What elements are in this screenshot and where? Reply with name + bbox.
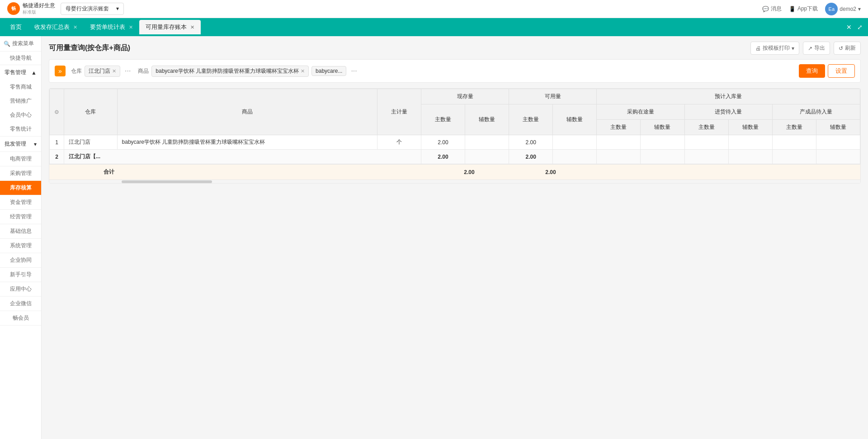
th-inc-main: 主数量 [684,120,728,135]
filter-actions: 查询 设置 [799,64,855,78]
query-button[interactable]: 查询 [799,64,825,78]
subtotal-pur-aux [641,150,684,164]
subtotal-stock-main: 2.00 [421,150,465,164]
subtotal-inc-main [684,150,728,164]
quick-nav-button[interactable]: 快捷导航 [0,52,41,65]
subtotal-index: 2 [50,150,64,164]
sidebar-item-apps[interactable]: 应用中心 [0,282,41,296]
product-remove-icon[interactable]: ✕ [301,68,305,74]
row-pur-aux [641,135,684,150]
row-stock-main: 2.00 [421,135,465,150]
horizontal-scrollbar[interactable] [49,179,860,183]
refresh-button[interactable]: ↺ 刷新 [834,42,861,55]
row-avail-main: 2.00 [509,135,553,150]
print-button[interactable]: 🖨 按模板打印 ▾ [750,42,799,55]
th-pur-main: 主数量 [597,120,641,135]
tab-receivable-summary[interactable]: 收发存汇总表 ✕ [28,20,84,34]
table-footer: 合计 2.00 2.00 [49,164,860,179]
user-menu[interactable]: Ea demo2 ▾ [825,3,861,15]
footer-avail-main: 2.00 [530,169,571,175]
row-inc-main [684,135,728,150]
close-icon[interactable]: ✕ [190,24,194,30]
sidebar-item-purchase[interactable]: 采购管理 [0,166,41,180]
sidebar-item-guide[interactable]: 新手引导 [0,268,41,282]
subtotal-stock-aux [465,150,509,164]
product-tag-1[interactable]: babycare学饮杯 儿童防摔防撞吸管杯重力球吸嘴杯宝宝水杯 ✕ [151,66,309,77]
subtotal-avail-main: 2.00 [509,150,553,164]
top-bar: 畅 畅捷通好生意 标准版 母婴行业演示账套 ▾ 💬 消息 📱 App下载 Ea … [0,0,868,18]
top-bar-left: 畅 畅捷通好生意 标准版 母婴行业演示账套 ▾ [7,2,124,15]
sidebar-group-guide: 新手引导 [0,268,41,282]
maximize-window-button[interactable]: ⤢ [855,23,864,32]
warehouse-remove-icon[interactable]: ✕ [112,68,116,74]
search-menu-button[interactable]: 🔍 搜索菜单 [0,36,41,52]
th-avail-aux: 辅数量 [553,104,597,135]
sidebar-group-basics: 基础信息 [0,224,41,239]
sidebar-group-retail: 零售管理 ▲ 零售商城 营销推广 会员中心 零售统计 [0,65,41,137]
row-product: babycare学饮杯 儿童防摔防撞吸管杯重力球吸嘴杯宝宝水杯 [117,135,377,150]
search-icon: 🔍 [4,41,10,47]
sidebar-item-inventory[interactable]: 库存核算 [0,181,41,195]
row-stock-aux [465,135,509,150]
filter-more-icon[interactable]: ··· [123,67,132,75]
row-unit: 个 [377,135,421,150]
message-icon: 💬 [762,6,769,12]
th-warehouse: 仓库 [64,89,118,135]
sidebar-group-finance: 资金管理 [0,195,41,210]
sidebar-group-inventory: 库存核算 [0,181,41,195]
chevron-down-icon: ▾ [792,45,794,52]
sidebar-item-members[interactable]: 会员中心 [0,108,41,122]
th-planned: 预计入库量 [597,89,860,104]
subtotal-inc-aux [728,150,772,164]
sidebar-item-system[interactable]: 系统管理 [0,239,41,253]
product-filter-more-icon[interactable]: ··· [349,67,359,75]
tab-home[interactable]: 首页 [4,20,28,34]
sidebar-item-wechat[interactable]: 企业微信 [0,297,41,311]
app-download-button[interactable]: 📱 App下载 [789,5,818,13]
industry-select[interactable]: 母婴行业演示账套 ▾ [61,3,124,15]
row-avail-aux [553,135,597,150]
warehouse-value[interactable]: 江北门店 ✕ [85,66,120,77]
setting-button[interactable]: 设置 [828,64,855,78]
subtotal-pro-aux [816,150,860,164]
export-button[interactable]: ↗ 导出 [803,42,830,55]
sidebar-group-system: 系统管理 [0,239,41,253]
footer-label: 合计 [104,168,114,176]
close-icon[interactable]: ✕ [73,24,77,30]
brand-sub: 标准版 [23,9,55,15]
page-header: 可用量查询(按仓库+商品) 🖨 按模板打印 ▾ ↗ 导出 ↺ 刷新 [49,42,861,55]
th-pro-aux: 辅数量 [816,120,860,135]
sidebar-item-retail-store[interactable]: 零售商城 [0,80,41,94]
close-window-button[interactable]: ✕ [844,23,854,32]
filter-toggle-button[interactable]: » [55,66,66,76]
sidebar-group-apps: 应用中心 [0,282,41,297]
gear-icon[interactable]: ⚙ [54,109,59,115]
sidebar-item-operations[interactable]: 经营管理 [0,210,41,224]
sidebar-group-wholesale-header[interactable]: 批发管理 ▾ [0,137,41,151]
brand-logo: 畅 [7,2,20,15]
sidebar-group-enterprise: 企业协同 [0,253,41,268]
sidebar-item-member[interactable]: 畅会员 [0,311,41,325]
product-tag-2[interactable]: babycare... [311,66,346,76]
sidebar-group-retail-header[interactable]: 零售管理 ▲ [0,65,41,80]
subtotal-pro-main [772,150,816,164]
inventory-table-wrap: ⚙ 仓库 商品 主计量 现存量 可用量 预计入库量 主数量 辅数量 主数量 辅数… [49,88,861,184]
tab-order-stats[interactable]: 要货单统计表 ✕ [84,20,139,34]
sidebar-group-wholesale: 批发管理 ▾ [0,137,41,152]
sidebar-item-ecommerce[interactable]: 电商管理 [0,152,41,166]
close-icon[interactable]: ✕ [129,24,133,30]
sidebar-item-enterprise[interactable]: 企业协同 [0,253,41,267]
refresh-icon: ↺ [839,45,843,52]
sidebar-item-marketing[interactable]: 营销推广 [0,94,41,108]
sidebar-item-finance[interactable]: 资金管理 [0,195,41,209]
row-pro-aux [816,135,860,150]
chevron-up-icon: ▲ [31,70,37,76]
tab-available-inventory[interactable]: 可用量库存账本 ✕ [139,20,201,34]
warehouse-label: 仓库 [71,67,82,75]
table-row: 1 江北门店 babycare学饮杯 儿童防摔防撞吸管杯重力球吸嘴杯宝宝水杯 个… [50,135,860,150]
sidebar-item-basics[interactable]: 基础信息 [0,224,41,238]
sidebar-item-retail-stats[interactable]: 零售统计 [0,122,41,136]
print-icon: 🖨 [755,45,761,52]
th-gear: ⚙ [50,89,64,135]
message-button[interactable]: 💬 消息 [762,5,782,13]
